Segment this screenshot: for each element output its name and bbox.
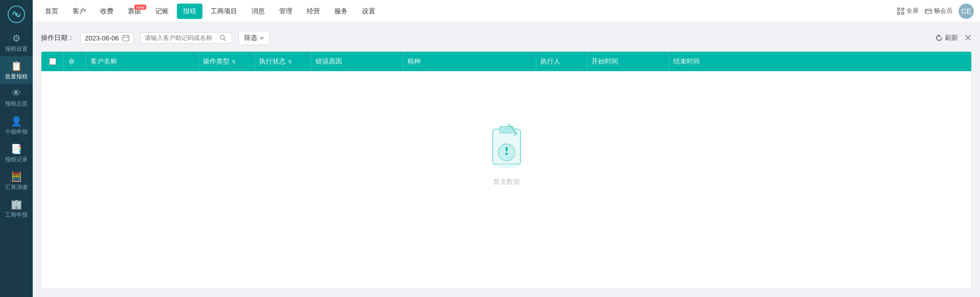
operation-type-sort-icon: ⇅ (232, 59, 236, 65)
th-checkbox[interactable] (41, 52, 64, 71)
annual-report-icon: 🏢 (11, 199, 22, 210)
sidebar-item-tax-settings[interactable]: ⚙ 报税设置 (0, 29, 33, 56)
nav-customer-label: 客户 (73, 7, 86, 15)
nav-management[interactable]: 管理 (273, 4, 299, 19)
svg-rect-5 (902, 12, 904, 14)
th-operation-type[interactable]: 操作类型 ⇅ (199, 52, 255, 71)
nav-message-label: 消息 (252, 7, 265, 15)
empty-state: 暂无数据 (481, 120, 532, 186)
th-settings[interactable] (64, 52, 86, 71)
date-value: 2023-06-06 (85, 34, 119, 42)
member-icon (925, 8, 932, 15)
svg-point-12 (220, 35, 224, 39)
member-label: 畅会员 (934, 7, 952, 15)
nav-settings-label: 设置 (362, 7, 375, 15)
empty-illustration (481, 120, 532, 171)
nav-business-label: 工商项目 (211, 7, 237, 15)
th-error-reason-label: 错误原因 (315, 57, 342, 66)
topnav-right: 全屏 畅会员 CE (897, 4, 974, 19)
member-button[interactable]: 畅会员 (925, 7, 952, 15)
nav-home[interactable]: 首页 (39, 4, 64, 19)
svg-rect-4 (898, 12, 900, 14)
sidebar-item-settlement[interactable]: 🧮 汇算清缴 (0, 167, 33, 195)
search-input[interactable] (145, 34, 216, 41)
table-header: 客户名称 操作类型 ⇅ 执行状态 ⇅ 错误原因 税种 执行人 (41, 52, 971, 71)
fullscreen-icon (897, 8, 904, 15)
nav-finance-label: 经营 (307, 7, 320, 15)
th-end-time-label: 结束时间 (673, 57, 700, 66)
sidebar-item-tax-records-label: 报税记录 (5, 156, 28, 163)
sidebar: ⚙ 报税设置 📋 批量报税 👁 报税总览 👤 个税申报 📑 报税记录 🧮 汇算清… (0, 0, 33, 297)
tax-settings-icon: ⚙ (12, 33, 20, 44)
tax-overview-icon: 👁 (12, 88, 21, 99)
sidebar-item-tax-records[interactable]: 📑 报税记录 (0, 139, 33, 167)
nav-service[interactable]: 服务 (328, 4, 354, 19)
search-icon (219, 34, 226, 41)
sidebar-item-tax-overview-label: 报税总览 (5, 100, 28, 107)
nav-management-label: 管理 (279, 7, 292, 15)
personal-tax-icon: 👤 (11, 116, 22, 127)
sidebar-item-batch-tax[interactable]: 📋 批量报税 (0, 56, 33, 84)
svg-rect-2 (898, 8, 900, 10)
refresh-button[interactable]: 刷新 (936, 33, 958, 43)
invoice-badge: new (134, 5, 146, 10)
fullscreen-button[interactable]: 全屏 (897, 7, 919, 15)
nav-message[interactable]: 消息 (245, 4, 271, 19)
th-executor: 执行人 (536, 52, 587, 71)
sidebar-item-annual-report[interactable]: 🏢 工商年报 (0, 195, 33, 222)
nav-business[interactable]: 工商项目 (204, 4, 243, 19)
settings-column-icon (68, 58, 75, 65)
th-start-time: 开始时间 (587, 52, 669, 71)
close-button[interactable]: ✕ (964, 32, 972, 44)
chevron-down-icon (259, 35, 264, 40)
th-start-time-label: 开始时间 (591, 57, 618, 66)
th-tax-type-label: 税种 (407, 57, 421, 66)
sidebar-item-settlement-label: 汇算清缴 (5, 184, 28, 190)
svg-rect-6 (925, 9, 931, 13)
svg-point-14 (71, 60, 73, 63)
empty-text: 暂无数据 (493, 177, 520, 186)
search-box[interactable] (140, 32, 232, 44)
date-label: 操作日期： (41, 33, 74, 43)
nav-finance[interactable]: 经营 (301, 4, 326, 19)
th-exec-status-label: 执行状态 (259, 57, 286, 66)
svg-rect-8 (123, 35, 129, 41)
avatar-text: CE (961, 7, 971, 15)
toolbar-right: 刷新 ✕ (936, 32, 972, 44)
th-exec-status[interactable]: 执行状态 ⇅ (255, 52, 311, 71)
date-picker[interactable]: 2023-06-06 (80, 32, 134, 44)
sidebar-item-annual-report-label: 工商年报 (5, 211, 28, 218)
select-all-checkbox[interactable] (49, 58, 56, 65)
th-customer-name: 客户名称 (86, 52, 199, 71)
filter-button[interactable]: 筛选 (238, 31, 270, 45)
svg-rect-20 (506, 147, 508, 152)
nav-invoice[interactable]: 票据 new (122, 4, 147, 19)
refresh-label: 刷新 (945, 33, 958, 43)
filter-label: 筛选 (244, 33, 257, 43)
th-end-time: 结束时间 (669, 52, 731, 71)
exec-status-sort-icon: ⇅ (288, 59, 292, 65)
nav-customer[interactable]: 客户 (66, 4, 92, 19)
th-tax-type: 税种 (403, 52, 536, 71)
sidebar-item-personal-tax[interactable]: 👤 个税申报 (0, 112, 33, 139)
nav-bookkeeping[interactable]: 记账 (149, 4, 175, 19)
refresh-icon (936, 34, 943, 41)
tax-records-icon: 📑 (11, 143, 22, 155)
sidebar-item-batch-tax-label: 批量报税 (5, 73, 28, 80)
sidebar-item-tax-settings-label: 报税设置 (5, 46, 28, 52)
app-logo (6, 4, 27, 25)
svg-line-13 (224, 39, 226, 41)
nav-billing[interactable]: 收费 (94, 4, 120, 19)
th-error-reason: 错误原因 (311, 52, 403, 71)
th-operation-type-label: 操作类型 (203, 57, 230, 66)
page-content: 操作日期： 2023-06-06 筛选 (33, 23, 980, 297)
avatar[interactable]: CE (959, 4, 974, 19)
sidebar-item-tax-overview[interactable]: 👁 报税总览 (0, 84, 33, 111)
nav-settings[interactable]: 设置 (356, 4, 381, 19)
svg-point-21 (505, 153, 508, 155)
batch-tax-icon: 📋 (11, 60, 22, 72)
nav-tax[interactable]: 报税 (177, 4, 202, 19)
svg-point-19 (498, 144, 515, 161)
nav-billing-label: 收费 (100, 7, 113, 15)
nav-service-label: 服务 (334, 7, 348, 15)
